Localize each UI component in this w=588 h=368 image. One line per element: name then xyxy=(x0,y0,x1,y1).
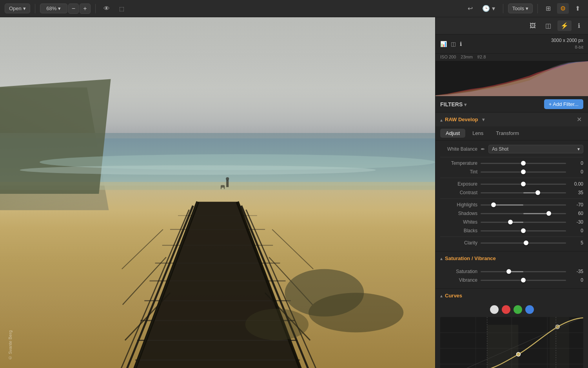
filters-chevron xyxy=(464,101,466,107)
exposure-value: 0.00 xyxy=(569,181,583,187)
clarity-slider[interactable] xyxy=(481,242,566,244)
clarity-row: Clarity 5 xyxy=(440,239,583,247)
white-balance-label: White Balance xyxy=(440,146,477,152)
zoom-out-button[interactable]: − xyxy=(68,4,79,14)
shadows-row: Shadows 60 xyxy=(440,209,583,218)
undo-button[interactable]: ↩ xyxy=(465,3,476,14)
white-balance-row: White Balance ✒ As Shot ▾ xyxy=(440,143,583,155)
highlights-fill xyxy=(494,204,523,206)
right-panel: 🖼 ◫ ⚡ ℹ 📊 ◫ ℹ 3000 x 2000 px xyxy=(435,17,588,368)
adjust-view-button[interactable]: ⚙ xyxy=(557,3,569,14)
temperature-slider[interactable] xyxy=(481,163,566,164)
histogram-svg xyxy=(436,61,588,96)
highlights-label: Highlights xyxy=(440,202,477,208)
divider-wb xyxy=(440,157,583,157)
clarity-value: 5 xyxy=(569,240,583,246)
share-icon: ⬆ xyxy=(575,5,580,12)
histogram-container xyxy=(436,61,588,96)
tint-slider[interactable] xyxy=(481,171,566,173)
preview-button[interactable]: 👁 xyxy=(100,4,113,14)
exposure-slider[interactable] xyxy=(481,184,566,185)
channel-blue-btn[interactable] xyxy=(525,305,534,314)
whites-value: -30 xyxy=(569,219,583,225)
blacks-label: Blacks xyxy=(440,228,477,233)
curves-header[interactable]: Curves xyxy=(436,289,588,302)
zoom-display[interactable]: 68% ▾ xyxy=(40,4,67,13)
tint-thumb[interactable] xyxy=(521,169,526,174)
open-button[interactable]: Open ▾ xyxy=(5,4,30,13)
temperature-thumb[interactable] xyxy=(521,161,526,166)
panel-layers-icon-btn[interactable]: ◫ xyxy=(542,20,554,31)
toolbar-divider-1 xyxy=(35,4,35,13)
whites-thumb[interactable] xyxy=(508,220,513,224)
shadows-slider[interactable] xyxy=(481,213,566,214)
filters-title[interactable]: FILTERS xyxy=(440,101,466,107)
saturation-thumb[interactable] xyxy=(506,269,511,274)
exposure-row: Exposure 0.00 xyxy=(440,180,583,188)
history-button[interactable]: 🕒 ▾ xyxy=(479,3,498,14)
highlights-thumb[interactable] xyxy=(491,202,496,207)
exposure-thumb[interactable] xyxy=(521,182,526,186)
divider-blacks xyxy=(440,237,583,237)
shadows-thumb[interactable] xyxy=(546,211,551,216)
blacks-slider[interactable] xyxy=(481,230,566,231)
compare-button[interactable]: ⬚ xyxy=(116,4,127,14)
undo-icon: ↩ xyxy=(468,5,473,12)
channel-green-btn[interactable] xyxy=(514,305,522,314)
panel-info-icon-btn[interactable]: ℹ xyxy=(575,20,583,31)
vibrance-value: 0 xyxy=(569,277,583,283)
channel-red-btn[interactable] xyxy=(502,305,510,314)
contrast-thumb[interactable] xyxy=(535,190,540,195)
adjust-icon: ⚡ xyxy=(561,22,568,29)
zoom-control: 68% ▾ − + xyxy=(40,4,91,14)
panel-adjust-icon-btn[interactable]: ⚡ xyxy=(557,20,572,31)
raw-develop-close-button[interactable]: ✕ xyxy=(575,116,583,123)
image-dimensions: 3000 x 2000 px xyxy=(551,38,583,43)
share-button[interactable]: ⬆ xyxy=(572,3,583,14)
iso-value: ISO 200 xyxy=(440,55,456,59)
whites-label: Whites xyxy=(440,219,477,225)
grid-icon: ⊞ xyxy=(546,5,551,12)
raw-develop-header[interactable]: RAW Develop ✕ xyxy=(436,113,588,126)
channel-white-btn[interactable] xyxy=(490,305,499,314)
saturation-slider[interactable] xyxy=(481,271,566,272)
contrast-slider[interactable] xyxy=(481,192,566,193)
blacks-row: Blacks 0 xyxy=(440,226,583,235)
tools-button[interactable]: Tools ▾ xyxy=(508,4,533,13)
highlights-slider[interactable] xyxy=(481,204,566,206)
white-balance-picker[interactable]: ✒ xyxy=(481,146,485,152)
highlights-row: Highlights -70 xyxy=(440,200,583,209)
blacks-thumb[interactable] xyxy=(521,228,526,233)
vibrance-slider[interactable] xyxy=(481,280,566,281)
curves-graph[interactable] xyxy=(440,317,583,368)
panel-scroll-area[interactable]: FILTERS + Add Filter... RAW Develop ✕ xyxy=(436,96,588,368)
tab-adjust[interactable]: Adjust xyxy=(440,129,465,138)
add-filter-button[interactable]: + Add Filter... xyxy=(544,99,583,109)
sat-vib-header[interactable]: Saturation / Vibrance xyxy=(436,251,588,265)
whites-slider[interactable] xyxy=(481,222,566,223)
whites-row: Whites -30 xyxy=(440,218,583,226)
layers-meta-icon[interactable]: ◫ xyxy=(451,41,456,47)
curves-chevron xyxy=(440,292,443,299)
curves-section: Curves xyxy=(436,289,588,368)
grid-view-button[interactable]: ⊞ xyxy=(543,3,554,14)
info-meta-icon[interactable]: ℹ xyxy=(460,41,462,47)
vibrance-thumb[interactable] xyxy=(521,278,526,282)
curves-channels xyxy=(440,305,583,314)
highlights-value: -70 xyxy=(569,202,583,208)
image-viewport[interactable]: © Svante Berg xyxy=(0,17,435,368)
tab-transform[interactable]: Transform xyxy=(490,129,524,138)
zoom-in-button[interactable]: + xyxy=(80,4,90,14)
raw-develop-dropdown-chevron xyxy=(482,117,485,122)
clarity-thumb[interactable] xyxy=(524,240,528,245)
vibrance-row: Vibrance 0 xyxy=(440,276,583,284)
raw-develop-section: RAW Develop ✕ Adjust Lens Transform xyxy=(436,113,588,251)
histogram-icon[interactable]: 📊 xyxy=(440,41,447,47)
white-balance-select[interactable]: As Shot ▾ xyxy=(488,145,583,153)
curves-title: Curves xyxy=(445,293,583,299)
tab-lens[interactable]: Lens xyxy=(467,129,489,138)
contrast-value: 35 xyxy=(569,190,583,195)
svg-rect-46 xyxy=(487,325,519,368)
sea-layer xyxy=(0,133,435,186)
panel-image-icon-btn[interactable]: 🖼 xyxy=(526,21,539,31)
